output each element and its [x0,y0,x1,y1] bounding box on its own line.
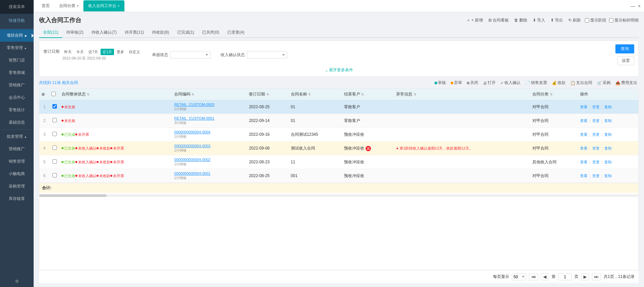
income-confirm-select[interactable] [247,51,287,58]
contract-code-link[interactable]: RETAIL_CUSTOM-0001 [174,116,214,120]
delete-button[interactable]: 🗑 删除 [513,17,529,24]
sidebar-item-retail-mall[interactable]: 零售商城 [0,67,34,79]
tab-contract-category[interactable]: 合同分类 × [54,0,83,11]
status-sort-icon[interactable]: ⇅ [87,92,89,96]
next-page-btn[interactable]: ▶ [581,273,589,280]
new-button[interactable]: ＋ + 新增 [465,17,484,24]
row-checkbox[interactable] [52,146,57,150]
contract-code-link[interactable]: 0000000000004-0003 [174,144,211,148]
contract-board-button[interactable]: ⊞ 合同看板 [487,17,510,24]
first-page-btn[interactable]: ⏮ [529,273,538,280]
expense-out-button[interactable]: 📤 费用支出 [614,79,639,86]
row-checkbox[interactable] [52,159,57,164]
more-btn[interactable]: 更多 [115,49,126,55]
row-checkbox[interactable] [52,132,57,136]
filter-tab-pending-income-confirm[interactable]: 待收入确认(7) [87,28,121,37]
sidebar-item-retail-stats[interactable]: 零售统计 [0,104,34,116]
sidebar-item-retail-mgmt[interactable]: 零售管理 ▲ [0,42,34,54]
contract-code-link[interactable]: 0000000000004-0001 [174,171,211,175]
filter-tab-pending-collection[interactable]: 待收款(8) [148,28,173,37]
purchase-button[interactable]: 🛒 采购 [596,79,612,86]
sidebar-search[interactable]: 搜索菜单 [0,0,34,14]
query-button[interactable]: 查询 [615,44,634,53]
tab-income-contract[interactable]: 收入合同工作台 × [83,0,124,11]
tab-home[interactable]: 首页 [37,0,54,11]
op-link-变更[interactable]: 变更 [592,160,600,164]
close-window-icon[interactable]: × [638,3,641,9]
filter-tab-pending-invoice[interactable]: 待开票(11) [121,28,148,37]
op-link-变更[interactable]: 变更 [592,119,600,123]
show-detail-input[interactable] [609,18,613,23]
code-sort-icon[interactable]: ⇅ [191,92,194,96]
sidebar-item-inventory[interactable]: 库存核算 [0,193,34,205]
op-link-复制[interactable]: 复制 [604,146,612,150]
op-link-变更[interactable]: 变更 [592,105,600,109]
sidebar-item-marketing2[interactable]: 营销推广 [0,143,34,155]
abandon-button[interactable]: 弃审 [449,79,463,86]
filter-tab-completed[interactable]: 已完成(1) [173,28,198,37]
name-sort-icon[interactable]: ⇅ [308,92,311,96]
last1month-btn[interactable]: 近1月 [101,49,114,55]
sidebar-item-sales-mgmt[interactable]: 销售管理 [0,155,34,168]
row-checkbox[interactable] [52,118,57,122]
contract-code-link[interactable]: 0000000000004-0004 [174,130,211,134]
customer-sort-icon[interactable]: ⇅ [361,92,364,96]
tab-contract-category-close[interactable]: × [77,4,79,8]
op-link-复制[interactable]: 复制 [604,174,612,178]
sidebar-item-project[interactable]: 项目合同 ▶ [0,29,34,42]
filter-tab-closed[interactable]: 已关闭(0) [198,28,223,37]
op-link-查看[interactable]: 查看 [580,105,588,109]
tab-income-contract-close[interactable]: × [118,4,120,8]
contract-code-link[interactable]: RETAIL_CUSTOM-0003 [174,102,214,107]
op-link-变更[interactable]: 变更 [592,146,600,150]
sidebar-settings-btn[interactable]: ⚙ [0,276,34,287]
prev-page-btn[interactable]: ◀ [541,273,549,280]
last7days-btn[interactable]: 近7天 [86,49,100,55]
op-link-复制[interactable]: 复制 [604,132,612,136]
op-link-复制[interactable]: 复制 [604,105,612,109]
filter-tab-pending-review[interactable]: 待审核(2) [62,28,87,37]
sidebar-quick-nav[interactable]: 快捷导航 [0,15,34,26]
contract-code-link[interactable]: 0000000000004-0002 [174,158,211,162]
page-size-select[interactable]: 50 10 20 100 [512,274,526,280]
income-confirm-button[interactable]: ✓ 收入确认 [499,79,522,86]
sidebar-item-base-info[interactable]: 基础信息 [0,116,34,129]
import-button[interactable]: ⬇ 导入 [531,17,546,24]
close-button[interactable]: 关闭 [465,79,480,86]
op-link-查看[interactable]: 查看 [580,174,588,178]
print-button[interactable]: 🖨 打开 [482,79,497,86]
page-number-input[interactable] [558,274,572,280]
sidebar-item-wholesale-mgmt[interactable]: 批发管理 ▲ [0,130,34,143]
doc-status-select[interactable] [170,51,211,58]
row-checkbox[interactable] [52,173,57,177]
sidebar-item-member[interactable]: 会员中心 [0,91,34,104]
out-contract-button[interactable]: 📋 支出合同 [569,79,594,86]
collection-button[interactable]: 💰 收款 [551,79,567,86]
row-checkbox[interactable] [52,104,57,109]
today-btn[interactable]: 今天 [74,49,86,55]
sidebar-item-marketing[interactable]: 营销推广 [0,79,34,91]
filter-settings-button[interactable]: 设置 [617,56,634,65]
op-link-查看[interactable]: 查看 [580,132,588,136]
expand-more-btn[interactable]: ⌄ 展开更多条件 [325,67,353,73]
refresh-button[interactable]: ↻ 刷新 [567,17,582,24]
category-sort-icon[interactable]: ⇅ [550,92,553,96]
yesterday-btn[interactable]: 昨天 [62,49,74,55]
select-all-checkbox[interactable] [51,92,56,96]
op-link-变更[interactable]: 变更 [592,132,600,136]
sidebar-item-smart-store[interactable]: 智慧门店 [0,54,34,67]
sidebar-item-purchase[interactable]: 采购管理 [0,180,34,193]
op-link-查看[interactable]: 查看 [580,119,588,123]
export-button[interactable]: ⬆ 导出 [549,17,564,24]
op-link-查看[interactable]: 查看 [580,160,588,164]
error-info-sort-icon[interactable]: ⇅ [414,92,416,96]
horizontal-scrollbar[interactable] [39,194,638,197]
sales-invoice-button[interactable]: 📄 销售发票 [524,79,548,86]
custom-btn[interactable]: 自定义 [127,49,142,55]
op-link-复制[interactable]: 复制 [604,160,612,164]
sign-date-sort-icon[interactable]: ⇅ [266,92,269,96]
sidebar-item-xiaochang[interactable]: 小畅电商 [0,168,34,180]
filter-tab-all[interactable]: 全部(11) [39,28,62,38]
op-link-复制[interactable]: 复制 [604,119,612,123]
filter-tab-changed[interactable]: 已变更(4) [223,28,249,37]
